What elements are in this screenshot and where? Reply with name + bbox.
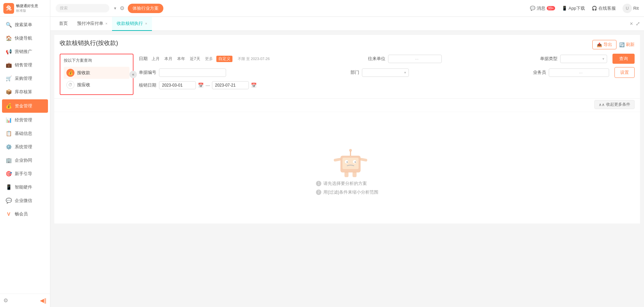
voucher-no-input[interactable] [159,68,226,77]
offset-date-from-input[interactable] [159,81,196,89]
sidebar-item-purchase-label: 采购管理 [15,75,32,82]
sidebar-item-basic-info[interactable]: 📋 基础信息 [0,127,50,140]
svg-point-4 [346,161,348,163]
tab-receipt-close-icon[interactable]: × [145,21,147,25]
sidebar-item-purchase[interactable]: 🛒 采购管理 [0,72,50,85]
tab-prepay-offset[interactable]: 预付冲应付单 × [72,17,112,31]
date-opt-last-month[interactable]: 上月 [150,56,161,62]
tab-prepay-offset-label: 预付冲应付单 [77,20,103,27]
svg-rect-1 [342,158,359,169]
settings-gear-icon[interactable]: ⚙ [3,297,8,304]
sidebar-item-finance[interactable]: 💰 资金管理 [2,99,48,113]
user-profile[interactable]: U Rit [623,4,639,13]
offset-date-range: 📅 — 📅 [159,81,257,89]
sidebar-item-inventory-label: 库存核算 [15,89,32,95]
staff-input[interactable]: ··· [549,68,609,77]
collapse-more-label: 收起更多条件 [606,102,630,107]
sidebar-item-hardware-label: 智能硬件 [15,184,32,190]
header-search-box[interactable]: 搜索 [56,4,109,12]
export-button[interactable]: 📤 导出 [592,40,616,49]
staff-ellipsis-icon[interactable]: ··· [579,70,606,75]
sidebar-collapse-icon[interactable]: ◀‖ [40,297,47,304]
receipt-option-label: 按收款 [77,70,90,76]
sidebar-item-inventory[interactable]: 📦 库存核算 [0,85,50,99]
counterpart-input[interactable]: ··· [388,55,442,63]
date-opt-this-month[interactable]: 本月 [163,56,174,62]
search-nav-icon: 🔍 [5,21,12,28]
system-nav-icon: ⚙️ [5,144,12,150]
header-dropdown-icon[interactable]: ▾ [114,6,116,11]
voucher-type-select-wrapper: ▾ [560,55,607,63]
voucher-type-select[interactable] [560,55,607,63]
setting-button[interactable]: 设置 [614,67,635,78]
sidebar-item-enterprise[interactable]: 🏢 企业协同 [0,154,50,167]
tip-num-1: 1 [316,181,321,186]
page-actions: 📤 导出 🔄 刷新 [592,40,635,49]
main-area: 搜索 ▾ ⚙ 体验行业方案 💬 消息 99+ 📱 App下载 🎧 在线客服 [50,0,644,307]
query-panel-title: 按以下方案查询 [64,58,129,63]
tab-receipt-offset-label: 收款核销执行 [117,20,143,27]
sidebar-item-search[interactable]: 🔍 搜索菜单 [0,18,50,32]
panel-collapse-button[interactable]: « [129,71,137,78]
offset-date-to-input[interactable] [212,81,249,89]
sidebar-item-wechat[interactable]: 💬 企业微信 [0,194,50,207]
filter-row-3: 核销日期 📅 — 📅 [139,81,635,89]
sidebar-item-vip-label: 畅会员 [15,211,28,217]
logo-icon: 兔 [3,3,14,14]
marketing-nav-icon: 📢 [5,48,12,55]
receivable-option-icon: ⏱ [66,81,74,89]
app-download-action[interactable]: 📱 App下载 [562,5,585,11]
sidebar-item-hardware[interactable]: 📱 智能硬件 [0,181,50,194]
refresh-button[interactable]: 🔄 刷新 [619,42,635,48]
filter-fields: 日期 上月 本月 本年 近7天 更多 自定义 [139,54,635,95]
voucher-no-filter-field: 单据编号 [139,68,226,77]
header-gear-icon[interactable]: ⚙ [120,5,124,11]
svg-rect-9 [353,172,357,177]
sidebar-item-system[interactable]: ⚙️ 系统管理 [0,140,50,154]
counterpart-label: 往来单位 [368,56,385,62]
sidebar-item-operation[interactable]: 📊 经营管理 [0,113,50,127]
inventory-nav-icon: 📦 [5,89,12,95]
date-opt-7days[interactable]: 近7天 [189,56,202,62]
sidebar-item-vip[interactable]: V 畅会员 [0,207,50,221]
date-opt-this-year[interactable]: 本年 [176,56,186,62]
voucher-type-label: 单据类型 [540,56,557,62]
user-name: Rit [633,6,639,11]
query-option-by-receivable[interactable]: ⏱ 按应收 [64,79,129,91]
window-expand-icon[interactable]: ⤢ [636,20,640,27]
counterpart-ellipsis-icon[interactable]: ··· [415,56,439,61]
sidebar-logo: 兔 畅捷通好生意 标准版 [0,0,50,17]
finance-nav-icon: 💰 [5,103,12,109]
tab-prepay-close-icon[interactable]: × [105,21,107,25]
offset-date-to-calendar-icon[interactable]: 📅 [251,83,257,88]
sidebar-item-marketing[interactable]: 📢 营销推广 [0,45,50,58]
sidebar-item-sales[interactable]: 💼 销售管理 [0,58,50,72]
tab-receipt-offset[interactable]: 收款核销执行 × [112,17,152,31]
sidebar-item-guide[interactable]: 🎯 新手引导 [0,167,50,181]
date-opt-custom[interactable]: 自定义 [216,56,232,62]
online-service-action[interactable]: 🎧 在线客服 [592,5,616,11]
refresh-label: 刷新 [626,42,635,48]
dept-select[interactable] [362,68,409,77]
window-close-icon[interactable]: × [630,21,633,27]
tip-text-1: 请先选择要分析的方案 [323,179,367,188]
date-filter-field: 日期 上月 本月 本年 近7天 更多 自定义 [139,56,232,62]
query-option-by-receipt[interactable]: 💰 按收款 [64,67,129,79]
offset-date-from-calendar-icon[interactable]: 📅 [198,83,204,88]
industry-btn[interactable]: 体验行业方案 [128,4,163,13]
top-header: 搜索 ▾ ⚙ 体验行业方案 💬 消息 99+ 📱 App下载 🎧 在线客服 [50,0,644,17]
tip-num-2: 2 [316,190,321,195]
tabs-actions: × ⤢ [630,20,640,27]
sidebar-nav: 🔍 搜索菜单 🏠 快捷导航 📢 营销推广 💼 销售管理 🛒 采购管理 📦 库存核… [0,17,50,294]
sidebar-item-quick-nav[interactable]: 🏠 快捷导航 [0,32,50,45]
date-opt-more[interactable]: 更多 [204,56,214,62]
query-button[interactable]: 查询 [612,54,635,64]
collapse-more-button[interactable]: ∧∧ 收起更多条件 [594,100,635,109]
sidebar-item-wechat-label: 企业微信 [15,198,32,204]
message-badge: 99+ [547,6,555,10]
message-action[interactable]: 💬 消息 99+ [530,5,555,11]
refresh-icon: 🔄 [619,42,625,47]
tab-home[interactable]: 首页 [54,17,72,31]
page-content: 收款核销执行(按收款) 📤 导出 🔄 刷新 按以下方案查询 💰 [50,31,644,307]
page-title-bar: 收款核销执行(按收款) 📤 导出 🔄 刷新 [54,35,640,50]
